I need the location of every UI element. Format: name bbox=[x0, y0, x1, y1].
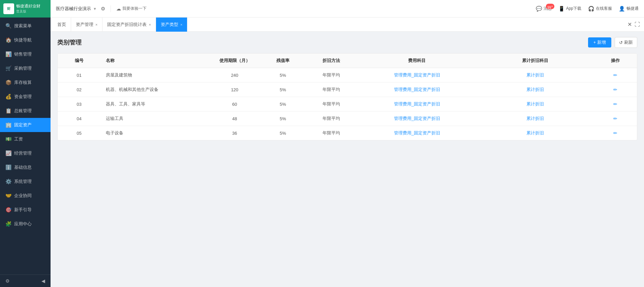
sidebar-icon-capital: 💰 bbox=[5, 94, 11, 100]
sidebar-item-purchase[interactable]: 🛒 采购管理 bbox=[0, 61, 51, 75]
sidebar-label-enterprise: 企业协同 bbox=[14, 193, 32, 199]
sidebar-nav: 🔍 搜索菜单 🏠 快捷导航 📊 销售管理 🛒 采购管理 📦 库存核算 💰 资金管… bbox=[0, 18, 51, 275]
sidebar-item-enterprise[interactable]: 🤝 企业协同 bbox=[0, 189, 51, 203]
cell-action-1: ✏ bbox=[594, 83, 637, 97]
cell-expense-0[interactable]: 管理费用_固定资产折旧 bbox=[358, 68, 476, 83]
sidebar-item-search[interactable]: 🔍 搜索菜单 bbox=[0, 19, 51, 33]
collapse-icon[interactable]: ◀ bbox=[41, 278, 45, 284]
sidebar-item-fixed[interactable]: 🏢 固定资产 bbox=[0, 118, 51, 132]
cell-residual-1: 5% bbox=[262, 83, 304, 97]
tab-depreciation[interactable]: 固定资产折旧统计表× bbox=[102, 18, 156, 32]
col-header-name: 名称 bbox=[100, 54, 208, 68]
cell-accum-2[interactable]: 累计折旧 bbox=[476, 97, 594, 111]
cell-method-2: 年限平均 bbox=[304, 97, 358, 111]
table-container: 编号 名称 使用期限（月） 残值率 折旧方法 费用科目 累计折旧科目 操作 01… bbox=[57, 53, 637, 140]
col-header-accum: 累计折旧科目 bbox=[476, 54, 594, 68]
new-button[interactable]: + 新增 bbox=[588, 37, 611, 47]
topbar-divider bbox=[111, 5, 111, 12]
sidebar-label-basic: 基础信息 bbox=[14, 164, 32, 170]
sidebar-icon-purchase: 🛒 bbox=[5, 65, 11, 71]
cell-expense-3[interactable]: 管理费用_固定资产折旧 bbox=[358, 111, 476, 126]
edit-icon-1[interactable]: ✏ bbox=[613, 87, 617, 92]
tabs-bar: 首页资产管理×固定资产折旧统计表×资产类型× ✕ ⛶ bbox=[51, 18, 644, 32]
sidebar-item-basic[interactable]: ℹ️ 基础信息 bbox=[0, 160, 51, 174]
sidebar-item-inventory[interactable]: 📦 库存核算 bbox=[0, 75, 51, 90]
main-area: 医疗器械行业演示 ▼ ⚙ ☁ 我要体验一下 💬 消息 99+ 📱 App下载 🎧… bbox=[51, 0, 644, 287]
window-close-icon[interactable]: ✕ bbox=[627, 21, 632, 28]
sidebar-icon-fixed: 🏢 bbox=[5, 122, 11, 128]
table-header-row: 编号 名称 使用期限（月） 残值率 折旧方法 费用科目 累计折旧科目 操作 bbox=[58, 54, 637, 68]
tab-close-asset_mgmt[interactable]: × bbox=[95, 23, 97, 27]
cell-expense-1[interactable]: 管理费用_固定资产折旧 bbox=[358, 83, 476, 97]
sidebar-label-sales: 销售管理 bbox=[14, 51, 32, 57]
tab-close-asset_type[interactable]: × bbox=[180, 23, 182, 27]
sidebar-icon-system: ⚙️ bbox=[5, 179, 11, 185]
experience-button[interactable]: ☁ 我要体验一下 bbox=[116, 6, 147, 11]
topbar: 医疗器械行业演示 ▼ ⚙ ☁ 我要体验一下 💬 消息 99+ 📱 App下载 🎧… bbox=[51, 0, 644, 18]
sidebar: 财 畅捷通好业财 普及版 🔍 搜索菜单 🏠 快捷导航 📊 销售管理 🛒 采购管理… bbox=[0, 0, 51, 287]
cell-code-1: 02 bbox=[58, 83, 100, 97]
window-expand-icon[interactable]: ⛶ bbox=[635, 22, 640, 28]
tab-asset_mgmt[interactable]: 资产管理× bbox=[71, 18, 102, 32]
cell-expense-4[interactable]: 管理费用_固定资产折旧 bbox=[358, 126, 476, 140]
cell-residual-4: 5% bbox=[262, 126, 304, 140]
sidebar-item-capital[interactable]: 💰 资金管理 bbox=[0, 90, 51, 104]
settings-icon[interactable]: ⚙ bbox=[5, 278, 10, 284]
sidebar-icon-quicknav: 🏠 bbox=[5, 37, 11, 43]
cell-expense-2[interactable]: 管理费用_固定资产折旧 bbox=[358, 97, 476, 111]
sidebar-item-ledger[interactable]: 📋 总账管理 bbox=[0, 104, 51, 118]
service-label: 在线客服 bbox=[596, 6, 612, 11]
cell-period-3: 48 bbox=[208, 111, 262, 126]
tabs-right: ✕ ⛶ bbox=[627, 21, 640, 28]
sidebar-label-search: 搜索菜单 bbox=[14, 23, 32, 29]
refresh-button[interactable]: ↺ 刷新 bbox=[615, 37, 637, 48]
sidebar-label-quicknav: 快捷导航 bbox=[14, 37, 32, 43]
sidebar-icon-operation: 📈 bbox=[5, 150, 11, 156]
edit-icon-0[interactable]: ✏ bbox=[613, 72, 617, 78]
edit-icon-2[interactable]: ✏ bbox=[613, 101, 617, 107]
sidebar-item-app[interactable]: 🧩 应用中心 bbox=[0, 217, 51, 231]
topbar-gear-icon[interactable]: ⚙ bbox=[101, 6, 105, 12]
cell-residual-0: 5% bbox=[262, 68, 304, 83]
user-button[interactable]: 👤 畅捷通 bbox=[619, 6, 639, 12]
app-download-button[interactable]: 📱 App下载 bbox=[558, 6, 581, 12]
online-service-button[interactable]: 🎧 在线客服 bbox=[588, 6, 612, 12]
cell-residual-3: 5% bbox=[262, 111, 304, 126]
message-button[interactable]: 💬 消息 99+ bbox=[536, 6, 552, 12]
cell-name-4: 电子设备 bbox=[100, 126, 208, 140]
sidebar-item-system[interactable]: ⚙️ 系统管理 bbox=[0, 174, 51, 189]
sidebar-icon-sales: 📊 bbox=[5, 51, 11, 57]
logo-icon: 财 bbox=[3, 3, 14, 14]
cell-name-3: 运输工具 bbox=[100, 111, 208, 126]
sidebar-label-capital: 资金管理 bbox=[14, 94, 32, 100]
sidebar-icon-inventory: 📦 bbox=[5, 79, 11, 86]
tab-asset_type[interactable]: 资产类型× bbox=[156, 18, 187, 32]
cell-accum-1[interactable]: 累计折旧 bbox=[476, 83, 594, 97]
sidebar-label-fixed: 固定资产 bbox=[14, 122, 32, 128]
tab-close-depreciation[interactable]: × bbox=[149, 23, 151, 27]
col-header-residual: 残值率 bbox=[262, 54, 304, 68]
module-name: 医疗器械行业演示 bbox=[56, 6, 91, 12]
cell-accum-3[interactable]: 累计折旧 bbox=[476, 111, 594, 126]
sidebar-item-salary[interactable]: 💵 工资 bbox=[0, 132, 51, 146]
sidebar-item-guide[interactable]: 🎯 新手引导 bbox=[0, 203, 51, 217]
cell-method-3: 年限平均 bbox=[304, 111, 358, 126]
cell-period-4: 36 bbox=[208, 126, 262, 140]
tab-home[interactable]: 首页 bbox=[55, 18, 71, 32]
cell-name-2: 器具、工具、家具等 bbox=[100, 97, 208, 111]
cell-accum-0[interactable]: 累计折旧 bbox=[476, 68, 594, 83]
sidebar-item-operation[interactable]: 📈 经营管理 bbox=[0, 146, 51, 160]
module-selector[interactable]: 医疗器械行业演示 ▼ bbox=[56, 6, 97, 12]
edit-icon-3[interactable]: ✏ bbox=[613, 116, 617, 121]
refresh-icon: ↺ bbox=[619, 40, 623, 45]
sidebar-item-sales[interactable]: 📊 销售管理 bbox=[0, 47, 51, 61]
sidebar-label-purchase: 采购管理 bbox=[14, 65, 32, 71]
page-title: 类别管理 bbox=[57, 38, 82, 46]
cloud-icon: ☁ bbox=[116, 6, 121, 11]
sidebar-label-inventory: 库存核算 bbox=[14, 79, 32, 86]
edit-icon-4[interactable]: ✏ bbox=[613, 130, 617, 136]
cell-accum-4[interactable]: 累计折旧 bbox=[476, 126, 594, 140]
cell-action-4: ✏ bbox=[594, 126, 637, 140]
sidebar-label-system: 系统管理 bbox=[14, 179, 32, 185]
sidebar-item-quicknav[interactable]: 🏠 快捷导航 bbox=[0, 33, 51, 47]
